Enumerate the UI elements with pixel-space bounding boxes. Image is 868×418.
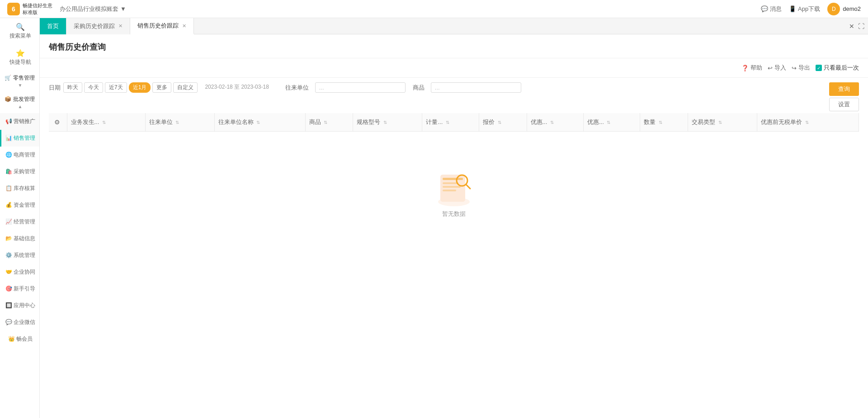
tab-home[interactable]: 首页 (40, 18, 66, 34)
sidebar-item-retail[interactable]: 🛒 零售管理 ▼ (0, 71, 39, 92)
home-label: 首页 (47, 22, 59, 30)
table-settings-icon[interactable]: ⚙ (52, 118, 61, 127)
col-qty[interactable]: 数量 ⇅ (640, 113, 688, 132)
col-counterparty-code[interactable]: 往来单位 ⇅ (145, 113, 214, 132)
date-buttons: 昨天 今天 近7天 近1月 更多 自定义 (63, 82, 198, 93)
sidebar-item-system[interactable]: ⚙️ 系统管理 (0, 247, 39, 264)
only-last-checkbox[interactable]: ✓ (816, 65, 822, 71)
date-btn-7days[interactable]: 近7天 (105, 82, 127, 93)
sort-icon: ⇅ (805, 120, 809, 125)
col-settings[interactable]: ⚙ (49, 113, 67, 132)
data-table: ⚙ 业务发生... ⇅ 往来单位 ⇅ 往来单位名称 (49, 113, 859, 132)
sidebar-item-wechat[interactable]: 💬 企业微信 (0, 314, 39, 331)
page-title: 销售历史价查询 (49, 42, 859, 52)
col-counterparty-name[interactable]: 往来单位名称 ⇅ (214, 113, 305, 132)
counterparty-input[interactable]: ... (315, 82, 406, 93)
shopping-icon: 🛍️ (5, 168, 12, 175)
top-bar-left: 6 畅捷信好生意 标准版 办公用品行业模拟账套 ▼ (7, 2, 130, 15)
date-btn-1month[interactable]: 近1月 (129, 82, 151, 93)
top-bar: 6 畅捷信好生意 标准版 办公用品行业模拟账套 ▼ 💬 消息 📱 App下载 D… (0, 0, 868, 18)
date-range-text: 2023-02-18 至 2023-03-18 (205, 83, 269, 91)
user-area[interactable]: D demo2 (827, 3, 861, 15)
empty-state: 暂无数据 (40, 132, 868, 254)
export-icon: ↪ (792, 65, 797, 71)
col-product[interactable]: 商品 ⇅ (305, 113, 353, 132)
product-placeholder: ... (435, 84, 440, 91)
date-btn-more[interactable]: 更多 (152, 82, 171, 93)
sidebar-item-enterprise[interactable]: 🤝 企业协同 (0, 264, 39, 280)
col-discount2[interactable]: 优惠... ⇅ (583, 113, 640, 132)
export-button[interactable]: ↪ 导出 (792, 64, 810, 72)
empty-text: 暂无数据 (442, 210, 466, 218)
sidebar-sub-wholesale: 📢 营销推广 📊 销售管理 (0, 113, 39, 147)
sort-icon: ⇅ (324, 120, 327, 125)
import-button[interactable]: ↩ 导入 (768, 64, 786, 72)
tab-purchase-history[interactable]: 采购历史价跟踪 ✕ (66, 18, 130, 34)
trend-icon: 📈 (5, 218, 12, 225)
sidebar-item-operations[interactable]: 📈 经营管理 (0, 214, 39, 230)
user-name: demo2 (843, 5, 861, 12)
query-button[interactable]: 查询 (829, 82, 859, 96)
sidebar-item-basics[interactable]: 📂 基础信息 (0, 230, 39, 247)
search-icon: 🔍 (3, 23, 38, 31)
import-icon: ↩ (768, 65, 773, 71)
content-area: 首页 采购历史价跟踪 ✕ 销售历史价跟踪 ✕ ✕ ⛶ 销售历史价查询 (40, 18, 868, 418)
sidebar-item-shortcut[interactable]: ⭐ 快捷导航 (0, 44, 39, 71)
only-last-checkbox-label[interactable]: ✓ 只看最后一次 (816, 64, 859, 72)
tab-close-all[interactable]: ✕ (849, 23, 854, 30)
globe-icon: 🌐 (5, 152, 12, 158)
sidebar-item-sales-mgmt[interactable]: 📊 销售管理 (0, 130, 39, 147)
date-btn-yesterday[interactable]: 昨天 (63, 82, 82, 93)
col-spec[interactable]: 规格型号 ⇅ (353, 113, 422, 132)
sidebar-item-inventory[interactable]: 📋 库存核算 (0, 180, 39, 197)
sidebar-item-wholesale[interactable]: 📦 批发管理 ▲ (0, 92, 39, 113)
settings-button[interactable]: 设置 (829, 98, 859, 111)
tab-purchase-close[interactable]: ✕ (118, 23, 123, 29)
counterparty-placeholder: ... (319, 84, 324, 91)
chart-icon: 📊 (5, 135, 12, 141)
clipboard-icon: 📋 (5, 185, 12, 191)
product-input[interactable]: ... (431, 82, 521, 93)
col-discount1[interactable]: 优惠... ⇅ (527, 113, 583, 132)
date-btn-custom[interactable]: 自定义 (173, 82, 198, 93)
tab-sales-close[interactable]: ✕ (182, 23, 186, 29)
sidebar-item-finance[interactable]: 💰 资金管理 (0, 197, 39, 214)
sidebar-item-appstore[interactable]: 🔲 应用中心 (0, 297, 39, 314)
col-price[interactable]: 报价 ⇅ (479, 113, 527, 132)
apps-icon: 🔲 (5, 302, 12, 309)
sidebar-item-ecommerce[interactable]: 🌐 电商管理 (0, 147, 39, 163)
col-biz-date[interactable]: 业务发生... ⇅ (67, 113, 145, 132)
chevron-up-icon: ▲ (18, 104, 23, 109)
date-btn-today[interactable]: 今天 (84, 82, 103, 93)
crown-icon: 👑 (8, 336, 15, 342)
svg-rect-5 (443, 190, 456, 191)
message-action[interactable]: 💬 消息 (761, 5, 782, 13)
help-actions: ❓ 帮助 ↩ 导入 ↪ 导出 ✓ 只看最后一次 (741, 64, 859, 72)
wechat-icon: 💬 (5, 319, 12, 325)
col-pretax-price[interactable]: 优惠前无税单价 ⇅ (757, 113, 859, 132)
megaphone-icon: 📢 (5, 118, 12, 124)
tab-expand[interactable]: ⛶ (858, 23, 864, 30)
target-icon: 🎯 (5, 285, 12, 292)
logo-text: 畅捷信好生意 标准版 (23, 2, 52, 15)
col-trade-type[interactable]: 交易类型 ⇅ (688, 113, 757, 132)
table-header: ⚙ 业务发生... ⇅ 往来单位 ⇅ 往来单位名称 (49, 113, 859, 132)
money-icon: 💰 (5, 202, 12, 208)
col-unit[interactable]: 计量... ⇅ (422, 113, 479, 132)
app-download-action[interactable]: 📱 App下载 (789, 5, 820, 13)
sort-icon: ⇅ (383, 120, 387, 125)
svg-rect-3 (443, 182, 458, 184)
avatar: D (827, 3, 840, 15)
svg-line-7 (466, 185, 470, 189)
help-button[interactable]: ❓ 帮助 (741, 64, 762, 72)
app-selector[interactable]: 办公用品行业模拟账套 ▼ (56, 3, 130, 15)
product-label: 商品 (413, 84, 425, 92)
sidebar-item-purchase[interactable]: 🛍️ 采购管理 (0, 163, 39, 180)
filter-row: 日期 昨天 今天 近7天 近1月 更多 自定义 2023-02-18 至 202… (40, 78, 868, 113)
sidebar-item-newbie[interactable]: 🎯 新手引导 (0, 280, 39, 297)
sidebar-item-member[interactable]: 👑 畅会员 (0, 331, 39, 347)
tab-sales-history[interactable]: 销售历史价跟踪 ✕ (130, 18, 194, 34)
sidebar-item-marketing[interactable]: 📢 营销推广 (0, 113, 39, 130)
sidebar-item-search[interactable]: 🔍 搜索菜单 (0, 18, 39, 44)
help-toolbar: ❓ 帮助 ↩ 导入 ↪ 导出 ✓ 只看最后一次 (40, 58, 868, 78)
